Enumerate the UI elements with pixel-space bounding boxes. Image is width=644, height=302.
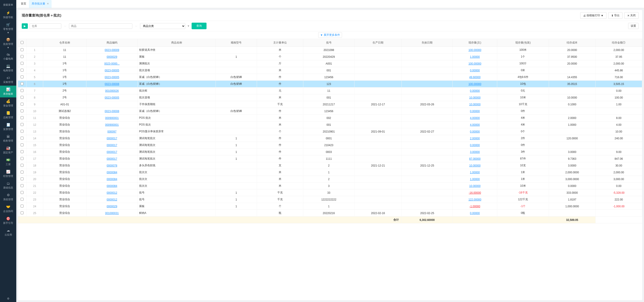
- row-checkbox[interactable]: [20, 123, 24, 126]
- qty-main-link[interactable]: 2.00000: [470, 137, 480, 140]
- sidebar-item-fixed-asset[interactable]: 🏭 固定资产: [0, 144, 16, 156]
- code-link[interactable]: 0000078: [106, 164, 117, 167]
- code-link[interactable]: 0000017: [106, 137, 117, 140]
- code-link[interactable]: 0023-0000...: [104, 62, 120, 65]
- qty-main-link[interactable]: 4.00000: [470, 123, 480, 126]
- sidebar-item-inventory[interactable]: 📊 库存核算: [0, 86, 16, 97]
- select-all-checkbox[interactable]: [20, 41, 24, 44]
- sidebar-item-purchase[interactable]: 🏷 采购管理: [0, 74, 16, 86]
- qty-main-link[interactable]: 0.00000: [470, 110, 480, 113]
- row-checkbox[interactable]: [20, 211, 24, 214]
- code-link[interactable]: 0023-00005: [105, 69, 119, 72]
- qty-main-link[interactable]: 122.00000: [468, 198, 481, 201]
- qty-main-link[interactable]: 10.00000: [469, 103, 480, 106]
- qty-main-link[interactable]: -1.00000: [470, 205, 480, 208]
- code-link[interactable]: 0023-00005: [105, 76, 119, 79]
- row-checkbox[interactable]: [20, 69, 24, 72]
- row-checkbox[interactable]: [20, 198, 24, 201]
- row-checkbox[interactable]: [20, 96, 24, 99]
- print-button[interactable]: 🖨 按模板打印 ▼: [580, 12, 606, 19]
- product-input[interactable]: [69, 23, 132, 29]
- sidebar-item-system[interactable]: ⚙ 系统管理: [0, 191, 16, 203]
- code-link[interactable]: 0023-00008: [105, 110, 119, 113]
- code-link[interactable]: 0000017: [106, 157, 117, 161]
- code-link[interactable]: 000900001: [105, 116, 119, 120]
- expand-conditions-button[interactable]: ▼ 展开更多条件: [318, 32, 342, 38]
- qty-main-link[interactable]: 10.00000: [469, 96, 480, 99]
- code-link[interactable]: 0000029: [106, 55, 117, 58]
- row-checkbox[interactable]: [20, 143, 24, 146]
- qty-main-link[interactable]: 0.00000: [470, 69, 480, 72]
- qty-main-link[interactable]: 1.00000: [470, 171, 480, 174]
- row-checkbox[interactable]: [20, 116, 24, 119]
- code-link[interactable]: 0000012: [106, 191, 117, 194]
- code-link[interactable]: 000097: [108, 130, 116, 133]
- row-checkbox[interactable]: [20, 164, 24, 167]
- search-button[interactable]: 查询: [192, 23, 206, 29]
- qty-main-link[interactable]: 1.00000: [470, 55, 480, 58]
- settings-button[interactable]: 设置: [628, 23, 638, 29]
- row-checkbox[interactable]: [20, 130, 24, 133]
- sidebar-item-salary[interactable]: 💵 工资: [0, 156, 16, 168]
- code-link[interactable]: 0000017: [106, 150, 117, 154]
- export-button[interactable]: ⬆ 导出: [608, 12, 622, 19]
- close-button[interactable]: ✕ 关闭: [624, 12, 638, 19]
- qty-main-link[interactable]: 10.00000: [469, 184, 480, 188]
- sidebar-item-cloud[interactable]: ☁ 云应用: [0, 227, 16, 238]
- row-checkbox[interactable]: [20, 48, 24, 51]
- row-checkbox[interactable]: [20, 177, 24, 180]
- code-link[interactable]: 0023-00009: [105, 49, 119, 52]
- code-link[interactable]: 0000012: [106, 198, 117, 201]
- qty-main-link[interactable]: 0.00000: [470, 144, 480, 147]
- row-checkbox[interactable]: [20, 171, 24, 174]
- qty-main-link[interactable]: 10.00000: [469, 164, 480, 167]
- sidebar-item-tax[interactable]: 🏛 税务管理: [0, 133, 16, 144]
- sidebar-item-newbie[interactable]: 🎯 新手引导: [0, 215, 16, 227]
- row-checkbox[interactable]: [20, 62, 24, 65]
- qty-main-link[interactable]: 3.00000: [470, 150, 480, 154]
- sidebar-item-ecom[interactable]: 💻 电商管理: [0, 62, 16, 74]
- qty-main-link[interactable]: 4.00000: [470, 116, 480, 120]
- sidebar-item-mgmt[interactable]: 📈 经营管理: [0, 168, 16, 180]
- sidebar-item-mini-ecom[interactable]: 🛍 小赢电商: [0, 51, 16, 62]
- code-link[interactable]: 001000026: [105, 89, 119, 92]
- row-checkbox[interactable]: [20, 191, 24, 194]
- sidebar-item-general[interactable]: 📒 总账管理: [0, 109, 16, 121]
- qty-main-link[interactable]: -16.00000: [469, 191, 481, 194]
- row-checkbox[interactable]: [20, 55, 24, 58]
- row-checkbox[interactable]: [20, 184, 24, 187]
- sidebar-item-enterprise[interactable]: 🤝 企业协同: [0, 203, 16, 215]
- code-link[interactable]: 001000031: [105, 212, 119, 215]
- sidebar-settings-button[interactable]: ⚙: [0, 295, 16, 302]
- code-link[interactable]: 0000084: [106, 171, 117, 174]
- tab-home[interactable]: 首页: [18, 0, 29, 8]
- row-checkbox[interactable]: [20, 205, 24, 208]
- code-link[interactable]: 0023-00005: [105, 96, 119, 99]
- sidebar-search[interactable]: 搜索菜单: [0, 2, 16, 8]
- code-link[interactable]: 0000029: [106, 205, 117, 208]
- row-checkbox[interactable]: [20, 137, 24, 139]
- code-link[interactable]: 000900001: [105, 123, 119, 126]
- sidebar-item-basic[interactable]: 🗂 基础信息: [0, 180, 16, 191]
- code-link[interactable]: 0000084: [106, 178, 117, 181]
- category-select[interactable]: 商品分类: [140, 23, 185, 29]
- sidebar-item-invoice[interactable]: 🧾 发票管理: [0, 121, 16, 133]
- warehouse-input[interactable]: [30, 23, 61, 29]
- qty-main-link[interactable]: 0.00000: [470, 89, 480, 92]
- qty-main-link[interactable]: 1.00000: [470, 178, 480, 181]
- row-checkbox[interactable]: [20, 75, 24, 78]
- qty-main-link[interactable]: 0.00000: [470, 212, 480, 215]
- qty-main-link[interactable]: 87.00000: [469, 157, 480, 161]
- qty-main-link[interactable]: 100.00000: [468, 62, 481, 65]
- row-checkbox[interactable]: [20, 82, 24, 85]
- qty-main-link[interactable]: 100.00000: [468, 82, 481, 86]
- code-link[interactable]: 0023-00008: [105, 82, 119, 86]
- sidebar-item-wholesale[interactable]: 📦 批发管理 ▼: [0, 36, 16, 51]
- qty-main-link[interactable]: 0.00000: [470, 130, 480, 133]
- tab-batch[interactable]: 库存批次量 ✕: [29, 0, 52, 8]
- code-link[interactable]: 0000084: [106, 184, 117, 188]
- sidebar-item-quick-nav[interactable]: ⚡ 快捷导航: [0, 9, 16, 21]
- tab-close-button[interactable]: ✕: [47, 2, 49, 5]
- qty-main-link[interactable]: 49.60000: [469, 76, 480, 79]
- row-checkbox[interactable]: [20, 89, 24, 92]
